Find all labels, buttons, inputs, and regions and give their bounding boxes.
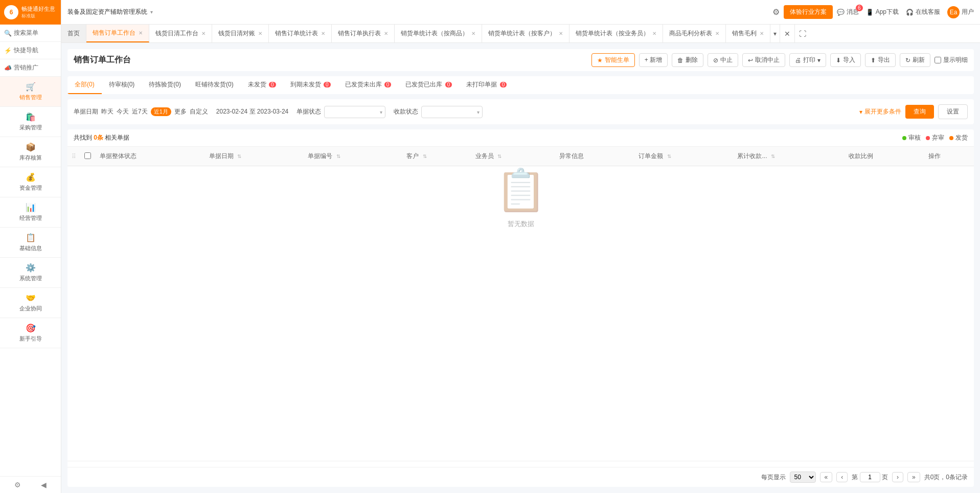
filter-tab-expired-not-shipped[interactable]: 到期未发货 0 xyxy=(283,76,338,94)
th-amount[interactable]: 订单金额 ⇅ xyxy=(634,147,733,166)
tab-maximize[interactable]: ⛶ xyxy=(795,25,810,42)
last-page-btn[interactable]: » xyxy=(907,472,920,482)
sidebar-item-operations[interactable]: 📊 经营管理 xyxy=(0,197,61,228)
smart-btn[interactable]: ★ 智能生单 xyxy=(591,53,635,67)
tab-close-sales-gross[interactable]: ✕ xyxy=(760,31,764,36)
batch-ship-btn[interactable]: 发货 xyxy=(949,133,968,142)
filter-tab-pending-inspect[interactable]: 待拣验货(0) xyxy=(142,76,188,94)
refresh-btn[interactable]: ↻ 刷新 xyxy=(900,53,930,67)
th-date[interactable]: 单据日期 ⇅ xyxy=(205,147,304,166)
status-select[interactable] xyxy=(324,106,385,118)
th-staff[interactable]: 业务员 ⇅ xyxy=(471,147,555,166)
filter-tab-not-shipped[interactable]: 未发货 0 xyxy=(241,76,283,94)
sidebar-item-sales[interactable]: 🛒 销售管理 xyxy=(0,77,61,107)
date-opt-custom[interactable]: 自定义 xyxy=(190,107,208,116)
tab-product-margin[interactable]: 商品毛利分析表 ✕ xyxy=(663,25,726,42)
sidebar-item-purchase[interactable]: 🛍️ 采购管理 xyxy=(0,107,61,137)
settings-icon[interactable]: ⚙ xyxy=(14,481,21,489)
delete-btn[interactable]: 🗑 删除 xyxy=(672,53,703,67)
filter-tab-pending-review[interactable]: 待审核(0) xyxy=(102,76,142,94)
next-page-btn[interactable]: › xyxy=(892,472,903,482)
page-input[interactable] xyxy=(860,472,880,482)
suspend-btn[interactable]: ⊘ 中止 xyxy=(708,53,738,67)
sidebar-item-guide[interactable]: 🎯 新手引导 xyxy=(0,318,61,348)
payment-select[interactable] xyxy=(421,106,483,118)
unsuspend-btn[interactable]: ↩ 取消中止 xyxy=(742,53,785,67)
sidebar-item-collab[interactable]: 🤝 企业协同 xyxy=(0,288,61,318)
date-opt-more[interactable]: 更多 xyxy=(174,107,187,116)
date-opt-7days[interactable]: 近7天 xyxy=(132,107,148,116)
tab-close-cash-daily[interactable]: ✕ xyxy=(201,31,206,36)
import-btn[interactable]: ⬇ 导入 xyxy=(830,53,861,67)
tab-close-sales-workbench[interactable]: ✕ xyxy=(139,30,143,36)
sidebar-item-system[interactable]: ⚙️ 系统管理 xyxy=(0,258,61,288)
tab-close-sales-stat[interactable]: ✕ xyxy=(321,31,325,36)
tab-close-product-margin[interactable]: ✕ xyxy=(715,31,719,36)
app-download-btn[interactable]: 📱 App下载 xyxy=(866,8,899,16)
tab-cash-reconcile[interactable]: 钱货日清对账 ✕ xyxy=(212,25,269,42)
date-filter-label: 单据日期 xyxy=(74,107,98,116)
batch-unreview-btn[interactable]: 弃审 xyxy=(926,133,944,142)
sidebar-marketing[interactable]: 📣 营销推广 xyxy=(0,59,61,77)
filter-tab-shipped-not-out[interactable]: 已发货未出库 0 xyxy=(338,76,399,94)
topbar-dropdown-icon[interactable]: ▾ xyxy=(150,9,153,15)
tab-sales-stat-staff[interactable]: 销货单统计表（按业务员） ✕ xyxy=(569,25,663,42)
tab-sales-stat-customer[interactable]: 销货单统计表（按客户） ✕ xyxy=(482,25,569,42)
filter-setting-btn[interactable]: 设置 xyxy=(938,104,968,119)
first-page-btn[interactable]: « xyxy=(820,472,833,482)
tab-sales-stat[interactable]: 销售订单统计表 ✕ xyxy=(269,25,332,42)
sidebar-search[interactable]: 🔍 搜索菜单 xyxy=(0,25,61,42)
trial-button[interactable]: 体验行业方案 xyxy=(784,5,833,19)
page-size-select[interactable]: 50 100 200 xyxy=(790,472,816,483)
tab-close-all[interactable]: ✕ xyxy=(780,25,795,42)
show-detail-toggle[interactable]: 显示明细 xyxy=(935,56,968,64)
query-btn[interactable]: 查询 xyxy=(905,105,934,119)
topbar-settings-icon[interactable]: ⚙ xyxy=(772,7,780,17)
filter-tab-all[interactable]: 全部(0) xyxy=(67,76,102,94)
tab-sales-workbench[interactable]: 销售订单工作台 ✕ xyxy=(86,25,149,42)
batch-review-btn[interactable]: 审核 xyxy=(902,133,921,142)
export-btn[interactable]: ⬆ 导出 xyxy=(865,53,896,67)
print-btn[interactable]: 🖨 打印 ▾ xyxy=(789,53,826,67)
show-detail-checkbox[interactable] xyxy=(935,57,941,63)
user-btn[interactable]: Ea 用户 xyxy=(947,6,974,18)
th-collected[interactable]: 累计收款... ⇅ xyxy=(733,147,844,166)
expand-conditions[interactable]: ▾ 展开更多条件 xyxy=(859,107,901,116)
tab-sales-gross[interactable]: 销售毛利 ✕ xyxy=(726,25,770,42)
tab-close-sales-stat-staff[interactable]: ✕ xyxy=(652,31,656,36)
table-area: 共找到 0条 相关单据 审核 弃审 发货 xyxy=(67,129,974,487)
sidebar-quicknav[interactable]: ⚡ 快捷导航 xyxy=(0,42,61,59)
tab-cash-daily[interactable]: 钱货日清工作台 ✕ xyxy=(149,25,212,42)
th-number[interactable]: 单据编号 ⇅ xyxy=(304,147,402,166)
page-actions: ★ 智能生单 + 新增 🗑 删除 ⊘ 中止 ↩ 取消中止 🖨 xyxy=(591,53,968,67)
message-btn[interactable]: 💬 6 消息 xyxy=(837,8,859,16)
tab-close-sales-stat-product[interactable]: ✕ xyxy=(471,31,475,36)
horizontal-scrollbar[interactable] xyxy=(67,461,974,467)
tab-sales-stat-product[interactable]: 销货单统计表（按商品） ✕ xyxy=(395,25,482,42)
status-select-wrap xyxy=(324,106,385,118)
tab-home[interactable]: 首页 xyxy=(61,25,86,42)
tab-nav-more[interactable]: ▾ xyxy=(770,25,780,42)
sidebar-item-finance[interactable]: 💰 资金管理 xyxy=(0,167,61,197)
date-opt-yesterday[interactable]: 昨天 xyxy=(101,107,113,116)
tab-close-sales-exec[interactable]: ✕ xyxy=(384,31,388,36)
payment-filter: 收款状态 xyxy=(394,106,483,118)
select-all-checkbox[interactable] xyxy=(84,152,91,159)
filter-tab-not-printed[interactable]: 未打印单据 0 xyxy=(459,76,514,94)
prev-page-btn[interactable]: ‹ xyxy=(836,472,848,482)
tab-sales-exec[interactable]: 销售订单执行表 ✕ xyxy=(332,25,395,42)
th-ratio: 收款比例 xyxy=(845,147,924,166)
sidebar-item-basic[interactable]: 📋 基础信息 xyxy=(0,228,61,258)
online-service-btn[interactable]: 🎧 在线客服 xyxy=(906,8,940,16)
filter-tab-wangpu[interactable]: 旺铺待发货(0) xyxy=(188,76,241,94)
collapse-icon[interactable]: ◀ xyxy=(41,481,47,489)
topbar: 装备及固定资产辅助管理系统 ▾ ⚙ 体验行业方案 💬 6 消息 📱 App下载 … xyxy=(61,0,980,25)
add-btn[interactable]: + 新增 xyxy=(639,53,668,67)
filter-tab-shipped-out[interactable]: 已发货已出库 0 xyxy=(398,76,459,94)
th-customer[interactable]: 客户 ⇅ xyxy=(402,147,471,166)
sidebar-item-inventory[interactable]: 📦 库存核算 xyxy=(0,137,61,167)
date-opt-today[interactable]: 今天 xyxy=(117,107,129,116)
date-opt-1month[interactable]: 近1月 xyxy=(151,107,171,116)
tab-close-cash-reconcile[interactable]: ✕ xyxy=(258,31,262,36)
tab-close-sales-stat-customer[interactable]: ✕ xyxy=(559,31,563,36)
